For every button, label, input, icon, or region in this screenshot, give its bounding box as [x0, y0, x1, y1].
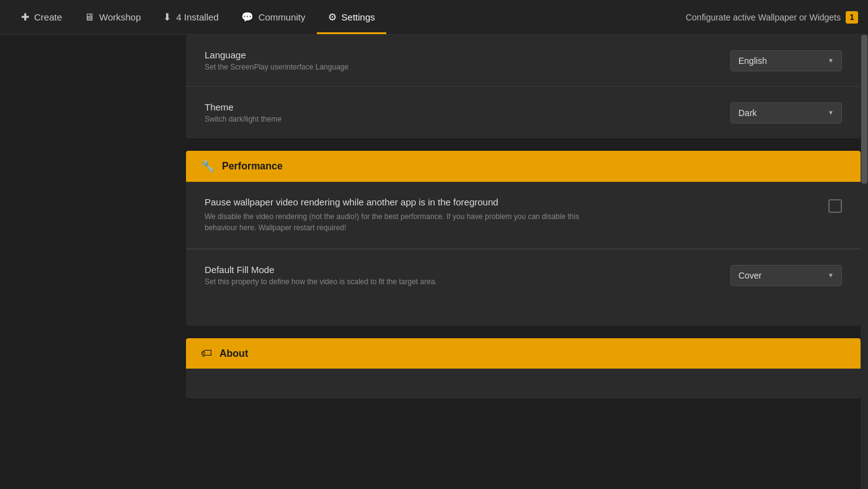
pause-wallpaper-checkbox[interactable] [828, 199, 842, 213]
about-section: 🏷 About [186, 338, 861, 398]
left-spacer [0, 35, 186, 489]
fill-mode-info: Default Fill Mode Set this property to d… [205, 264, 730, 286]
nav-workshop-label: Workshop [99, 12, 141, 22]
installed-icon: ⬇ [163, 11, 171, 23]
configure-label: Configurate active Wallpaper or Widgets [686, 12, 841, 22]
theme-dropdown[interactable]: Dark ▼ [730, 102, 842, 123]
nav-community[interactable]: 💬 Community [230, 0, 317, 34]
about-title: About [219, 348, 248, 359]
theme-value: Dark [738, 108, 757, 118]
language-value: English [738, 56, 767, 66]
language-info: Language Set the ScreenPlay userinterfac… [205, 50, 730, 71]
scrollbar-thumb[interactable] [861, 35, 867, 184]
nav-badge[interactable]: 1 [846, 11, 858, 24]
settings-icon: ⚙ [328, 11, 337, 23]
fill-mode-row: Default Fill Mode Set this property to d… [186, 249, 861, 301]
theme-info: Theme Switch dark/light theme [205, 102, 730, 123]
pause-wallpaper-checkbox-control [828, 199, 842, 215]
nav-create[interactable]: ✚ Create [10, 0, 73, 34]
performance-section: 🔧 Performance Pause wallpaper video rend… [186, 151, 861, 326]
nav-installed-label: 4 Installed [176, 12, 218, 22]
theme-dropdown-arrow: ▼ [828, 109, 834, 116]
language-dropdown-arrow: ▼ [828, 57, 834, 64]
nav-settings[interactable]: ⚙ Settings [317, 0, 386, 34]
about-header: 🏷 About [186, 338, 861, 369]
pause-wallpaper-desc: We disable the video rendering (not the … [205, 211, 608, 233]
theme-setting-row: Theme Switch dark/light theme Dark ▼ [186, 87, 861, 138]
fill-mode-desc: Set this property to define how the vide… [205, 277, 730, 286]
language-setting-row: Language Set the ScreenPlay userinterfac… [186, 35, 861, 87]
community-icon: 💬 [241, 11, 254, 23]
language-title: Language [205, 50, 730, 60]
fill-mode-dropdown-arrow: ▼ [828, 272, 834, 279]
top-navigation: ✚ Create 🖥 Workshop ⬇ 4 Installed 💬 Comm… [0, 0, 868, 35]
workshop-icon: 🖥 [84, 12, 94, 23]
perf-bottom-padding [186, 301, 861, 326]
nav-create-label: Create [34, 12, 62, 22]
create-icon: ✚ [21, 11, 29, 23]
nav-settings-label: Settings [342, 12, 375, 22]
about-body [186, 369, 861, 398]
wrench-icon: 🔧 [201, 159, 215, 173]
fill-mode-title: Default Fill Mode [205, 264, 730, 275]
language-desc: Set the ScreenPlay userinterface Languag… [205, 63, 730, 71]
fill-mode-dropdown[interactable]: Cover ▼ [730, 265, 842, 286]
performance-title: Performance [222, 161, 283, 172]
main-layout: Language Set the ScreenPlay userinterfac… [0, 35, 868, 489]
language-dropdown[interactable]: English ▼ [730, 50, 842, 71]
nav-installed[interactable]: ⬇ 4 Installed [152, 0, 229, 34]
theme-desc: Switch dark/light theme [205, 115, 730, 123]
pause-wallpaper-row: Pause wallpaper video rendering while an… [186, 182, 861, 249]
nav-right-area: Configurate active Wallpaper or Widgets … [686, 11, 858, 24]
nav-community-label: Community [259, 12, 306, 22]
about-icon: 🏷 [201, 347, 212, 360]
performance-header: 🔧 Performance [186, 151, 861, 182]
general-settings-panel: Language Set the ScreenPlay userinterfac… [186, 35, 861, 138]
theme-title: Theme [205, 102, 730, 112]
pause-wallpaper-title: Pause wallpaper video rendering while an… [205, 197, 818, 207]
nav-workshop[interactable]: 🖥 Workshop [73, 0, 152, 34]
content-area: Language Set the ScreenPlay userinterfac… [186, 35, 861, 489]
pause-wallpaper-info: Pause wallpaper video rendering while an… [205, 197, 818, 233]
fill-mode-value: Cover [738, 271, 761, 280]
scrollbar-track[interactable] [861, 35, 868, 489]
